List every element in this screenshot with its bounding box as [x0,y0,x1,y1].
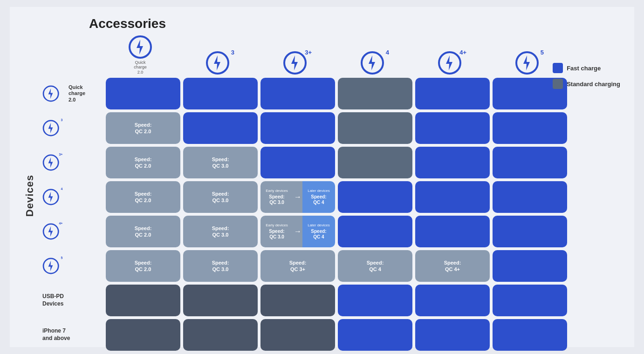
row-label-qc3: 3 [42,112,103,144]
cell-r6-c5: Speed:QC 4+ [415,250,490,282]
row-label-qc4plus: 4+ [42,216,103,247]
cell-r8-c4 [338,319,412,351]
header-col-5: 4+ [412,38,487,75]
cell-r4-c2: Speed:QC 3.0 [183,181,258,213]
header-col-4: 4 [335,38,410,75]
cell-r6-c1: Speed:QC 2.0 [106,250,180,282]
cell-r5-c3: Early devices Speed:QC 3.0 → Later devic… [260,216,335,247]
split-label-right-r4: Later devices [308,189,330,193]
svg-marker-7 [369,55,375,70]
cell-r1-c4 [338,78,412,109]
split-label-left-r4: Early devices [266,189,288,193]
legend-box-fast [553,63,563,73]
grid-area: Quickcharge2.0 3 [42,38,620,354]
svg-marker-13 [48,88,53,99]
svg-marker-9 [446,55,452,70]
cell-r5-c2: Speed:QC 3.0 [183,216,258,247]
legend-label-standard: Standard charging [567,81,620,88]
split-label-left-r5: Early devices [266,223,288,228]
cell-r3-c1: Speed:QC 2.0 [106,147,180,178]
version-label-6: 5 [541,49,544,56]
svg-marker-15 [48,123,53,133]
cell-r2-c3 [260,112,335,144]
svg-marker-19 [48,192,53,202]
devices-label: Devices [24,175,36,217]
cell-r8-c3 [260,319,335,351]
cell-r7-c4 [338,285,412,316]
iphone-text: iPhone 7and above [42,327,70,342]
row-usbpd: USB-PDDevices [42,285,620,316]
legend-fast-charge: Fast charge [553,63,620,73]
version-label-2: 3 [231,49,234,56]
cell-r4-c5 [415,181,490,213]
row-qc3: 3 Speed:QC 2.0 [42,112,620,144]
cell-r6-c6 [493,250,567,282]
row-label-qc5: 5 [42,250,103,282]
cell-r3-c5 [415,147,490,178]
split-text-right-r5: Speed:QC 4 [311,229,326,240]
qc-icon-col-6: 5 [515,51,539,75]
page-title: Accessories [24,16,620,31]
row-iphone: iPhone 7and above [42,319,620,351]
header-label-1: Quickcharge2.0 [134,60,147,75]
cell-r7-c6 [493,285,567,316]
cell-r5-c5 [415,216,490,247]
svg-marker-11 [523,55,530,70]
header-col-1: Quickcharge2.0 [103,38,178,75]
svg-marker-21 [48,226,53,237]
version-label-5: 4+ [459,49,466,56]
cell-r3-c3 [260,147,335,178]
svg-marker-1 [137,40,143,54]
cell-r2-c6 [493,112,567,144]
header-col-2: 3 [180,38,255,75]
cell-r4-c4 [338,181,412,213]
main-container: Accessories Devices Quickcharge2.0 [10,7,634,347]
cell-r8-c5 [415,319,490,351]
cell-r6-c4: Speed:QC 4 [338,250,412,282]
cell-r1-c2 [183,78,258,109]
usb-pd-text: USB-PDDevices [42,293,64,307]
qc-icon-col-3: 3+ [283,51,307,75]
cell-r1-c5 [415,78,490,109]
svg-marker-5 [291,55,298,70]
split-text-right-r4: Speed:QC 4 [311,194,326,205]
legend-label-fast: Fast charge [567,65,601,72]
cell-r5-c4 [338,216,412,247]
cell-r2-c2 [183,112,258,144]
cell-r1-c1 [106,78,180,109]
cell-r6-c3: Speed:QC 3+ [260,250,335,282]
cell-r7-c2 [183,285,258,316]
cell-r2-c4 [338,112,412,144]
cell-r4-c3: Early devices Speed:QC 3.0 → Later devic… [260,181,335,213]
cell-r3-c6 [493,147,567,178]
qc-icon-col-2: 3 [206,51,230,75]
row-qc3plus: 3+ Speed:QC 2.0 Speed:QC 3.0 [42,147,620,178]
row-label-qc4: 4 [42,181,103,213]
cell-r1-c3 [260,78,335,109]
svg-marker-17 [48,157,53,168]
row-label-qc20: Quickcharge2.0 [42,78,103,109]
cell-r4-c6 [493,181,567,213]
cell-r7-c3 [260,285,335,316]
header-col-3: 3+ [258,38,332,75]
qc-icon-col-5: 4+ [438,51,462,75]
row-qc4: 4 Speed:QC 2.0 Speed:QC 3.0 Early device… [42,181,620,213]
cell-r7-c5 [415,285,490,316]
cell-r5-c1: Speed:QC 2.0 [106,216,180,247]
qc-icon-col-4: 4 [360,51,384,75]
row-label-text-qc20: Quickcharge2.0 [69,84,85,103]
cell-r2-c5 [415,112,490,144]
split-text-left-r4: Speed:QC 3.0 [269,194,284,205]
row-label-iphone: iPhone 7and above [42,319,103,351]
row-label-qc3plus: 3+ [42,147,103,178]
svg-marker-3 [214,55,220,70]
svg-marker-23 [48,261,53,271]
version-label-4: 4 [386,49,389,56]
cell-r8-c6 [493,319,567,351]
cell-r3-c4 [338,147,412,178]
cell-r4-c1: Speed:QC 2.0 [106,181,180,213]
version-label-3: 3+ [305,49,312,56]
cell-r8-c2 [183,319,258,351]
legend-box-standard [553,79,563,89]
cell-r7-c1 [106,285,180,316]
